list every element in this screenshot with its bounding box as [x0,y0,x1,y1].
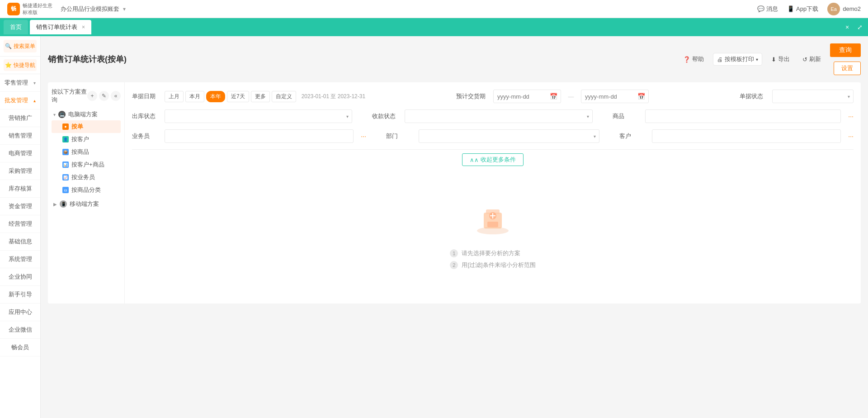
collapse-scheme-button[interactable]: « [111,91,121,101]
message-button[interactable]: 💬 消息 [757,5,778,13]
delivery-date-from-input[interactable] [493,90,561,103]
payment-status-label: 收款状态 [372,112,399,120]
tab-close-icon[interactable]: × [82,24,85,30]
sidebar-item-ecommerce[interactable]: 电商管理 [0,145,40,162]
delivery-date-to-input[interactable] [581,90,649,103]
scheme-by-order-label: 按单 [71,123,83,131]
date-custom-button[interactable]: 自定义 [272,91,296,102]
refresh-button[interactable]: ↺ 刷新 [799,53,825,65]
date-separator: — [566,93,576,100]
empty-tip-1-text: 请先选择要分析的方案 [462,249,520,257]
add-scheme-button[interactable]: + [87,91,97,101]
pc-group-header[interactable]: ▾ 💻 电脑端方案 [52,109,121,120]
help-icon: ❓ [683,56,690,63]
pc-group-label: 电脑端方案 [68,110,98,119]
collapse-filters-button[interactable]: ∧∧ 收起更多条件 [462,153,524,166]
customer-input[interactable] [652,129,841,143]
edit-scheme-button[interactable]: ✎ [99,91,109,101]
print-section: 🖨 按模板打印 ▾ [713,53,762,66]
app-download-button[interactable]: 📱 App下载 [787,5,818,13]
empty-tip-2-text: 用[过滤]条件来缩小分析范围 [462,261,535,269]
sidebar-item-vip[interactable]: 畅会员 [0,339,40,356]
scheme-by-category-icon: 🗂 [62,187,69,193]
sidebar-item-newbie[interactable]: 新手引导 [0,286,40,304]
tab-home[interactable]: 首页 [4,20,28,34]
filter-content: 单据日期 上月 本月 本年 近7天 更多 自定义 2023-01-01 至 20… [125,82,861,304]
sidebar-item-marketing[interactable]: 营销推广 [0,109,40,127]
quick-nav-button[interactable]: ⭐ 快捷导航 [4,59,37,71]
scheme-by-customer-icon: 👤 [62,136,69,142]
page-actions: ❓ 帮助 🖨 按模板打印 ▾ ⬇ 导出 ↺ 刷新 [679,43,861,75]
app-download-icon: 📱 [787,5,794,12]
sidebar-item-wholesale[interactable]: 批发管理 ▴ [0,92,40,109]
tab-bar-right: × ⤢ [843,23,864,32]
sidebar-item-retail[interactable]: 零售管理 ▾ [0,74,40,92]
date-label: 单据日期 [132,92,159,100]
sidebar-item-purchase[interactable]: 采购管理 [0,162,40,180]
scheme-by-cust-prod-label: 按客户+商品 [71,161,104,169]
pc-scheme-group: ▾ 💻 电脑端方案 ● 按单 👤 按客户 📦 按商品 [52,109,121,196]
sidebar-item-basic[interactable]: 基础信息 [0,233,40,251]
settings-button[interactable]: 设置 [834,62,861,75]
date-last-7days-button[interactable]: 近7天 [227,91,249,102]
product-input[interactable] [645,109,841,123]
scheme-by-customer-label: 按客户 [71,135,89,143]
product-more-icon[interactable]: ··· [848,113,854,120]
search-menu-button[interactable]: 🔍 搜索菜单 [4,40,37,52]
sidebar-item-appstore[interactable]: 应用中心 [0,304,40,321]
query-button[interactable]: 查询 [830,43,861,57]
tab-sales-order-stats[interactable]: 销售订单统计表 × [30,20,91,34]
breadcrumb-arrow-icon[interactable]: ▾ [123,6,126,12]
print-button[interactable]: 🖨 按模板打印 ▾ [713,53,762,66]
sidebar-item-sales[interactable]: 销售管理 [0,127,40,145]
date-more-button[interactable]: 更多 [251,91,270,102]
page-title: 销售订单统计表(按单) [48,54,127,65]
customer-more-icon[interactable]: ··· [848,133,854,140]
breadcrumb-label: 办公用品行业模拟账套 [61,5,119,13]
ship-status-select[interactable] [165,109,352,123]
payment-status-select[interactable] [405,109,592,123]
payment-status-select-wrap: ▾ [405,109,592,123]
sidebar-item-inventory[interactable]: 库存核算 [0,180,40,198]
scheme-header-icons: + ✎ « [87,91,121,101]
window-close-button[interactable]: × [843,23,852,32]
inner-layout: 按以下方案查询 + ✎ « ▾ 💻 电脑端方案 ● 按单 [48,82,861,304]
window-maximize-button[interactable]: ⤢ [855,23,864,32]
sidebar-item-system[interactable]: 系统管理 [0,251,40,268]
salesman-input[interactable] [165,129,354,143]
search-icon: 🔍 [5,43,12,49]
tip-number-2: 2 [450,261,458,269]
star-icon: ⭐ [5,62,12,68]
sidebar-item-enterprise[interactable]: 企业协同 [0,268,40,286]
user-profile[interactable]: Ea demo2 [827,3,861,15]
status-select-wrap: ▾ [772,90,854,103]
date-this-year-button[interactable]: 本年 [206,91,225,102]
salesman-more-icon[interactable]: ··· [361,133,366,140]
scheme-item-by-salesman[interactable]: 📈 按业务员 [52,171,121,184]
scheme-item-by-product[interactable]: 📦 按商品 [52,146,121,158]
scheme-by-salesman-icon: 📈 [62,174,69,180]
date-this-month-button[interactable]: 本月 [185,91,204,102]
date-last-month-button[interactable]: 上月 [165,91,184,102]
sidebar-search-section: 🔍 搜索菜单 [0,36,40,57]
scheme-item-by-order[interactable]: ● 按单 [52,120,121,133]
scheme-item-by-category[interactable]: 🗂 按商品分类 [52,184,121,196]
print-dropdown-icon: ▾ [756,57,758,62]
avatar: Ea [827,3,840,15]
collapse-icon: ∧∧ [470,157,479,163]
status-select[interactable] [772,90,854,103]
scheme-item-by-cust-prod[interactable]: 📊 按客户+商品 [52,158,121,171]
sidebar-item-finance[interactable]: 资金管理 [0,198,40,215]
mobile-group-header[interactable]: ▶ 📱 移动端方案 [52,198,121,210]
empty-state: 1 请先选择要分析的方案 2 用[过滤]条件来缩小分析范围 [132,170,854,296]
dept-select[interactable] [419,129,599,143]
scheme-by-product-icon: 📦 [62,149,69,155]
filter-row-3: 业务员 ··· 部门 ▾ 客户 ··· [132,129,854,143]
sidebar-item-operations[interactable]: 经营管理 [0,215,40,233]
export-button[interactable]: ⬇ 导出 [768,53,793,65]
scheme-item-by-customer[interactable]: 👤 按客户 [52,133,121,146]
status-label: 单据状态 [740,92,767,100]
help-button[interactable]: ❓ 帮助 [679,53,708,65]
scheme-by-product-label: 按商品 [71,148,89,156]
sidebar-item-wechat[interactable]: 企业微信 [0,321,40,339]
